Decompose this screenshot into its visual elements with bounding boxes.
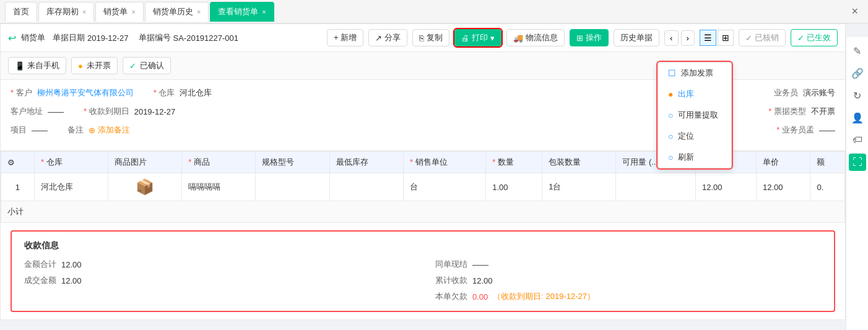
summary-deal-amount: 成交金额 12.00 [24,275,410,286]
customer-value[interactable]: 柳州粤港平安气体有限公司 [37,87,134,98]
dropdown-refresh-icon: ○ [668,152,673,162]
logistics-button[interactable]: 🚚 物流信息 [506,29,565,46]
deal-amount-label: 成交金额 [24,275,56,286]
staff-value: 演示账号 [803,87,835,98]
user-sidebar-icon[interactable]: 👤 [849,109,866,126]
outbound-icon: ● [668,89,673,99]
tag-sidebar-icon[interactable]: 🏷 [849,131,866,149]
available-qty-label: 可用量提取 [678,110,718,121]
staff2-label: 业务员孟 [776,124,814,136]
tab-bar: 首页 库存期初 × 销货单 × 销货单历史 × 查看销货单 × × [0,0,868,24]
total-label: 金额合计 [24,259,56,270]
dropdown-menu: ☐ 添加发票 ● 出库 ○ 可用量提取 ○ 定位 ○ 刷新 [658,62,732,168]
ticket-type-label: 票据类型 [768,106,806,117]
doc-title-area: ↩ 销货单 [8,32,45,44]
customer-field: 客户 柳州粤港平安气体有限公司 [11,87,134,98]
tab-inventory-close[interactable]: × [82,8,86,15]
row-spec [256,173,329,201]
tab-history-close[interactable]: × [197,8,201,15]
dropdown-refresh[interactable]: ○ 刷新 [658,147,731,168]
row-product-image: 📦 [108,173,182,201]
row-min-stock [329,173,403,201]
expand-sidebar-icon[interactable]: ⛶ [849,154,866,171]
view-list-btn[interactable]: ☰ [700,30,716,46]
summary-title: 收款信息 [24,240,822,251]
right-sidebar: ✎ 🔗 ↻ 👤 🏷 ⛶ [846,37,868,330]
effect-status-button[interactable]: ✓ 已生效 [791,29,838,46]
nav-next[interactable]: › [681,30,695,46]
ticket-type-value: 不开票 [811,106,835,117]
nav-arrows: ‹ › [664,30,695,46]
tab-view-close[interactable]: × [262,8,266,15]
print-icon: 🖨 [461,33,469,43]
row-quantity: 1.00 [486,173,542,201]
tab-sales-label: 销货单 [103,6,128,17]
view-grid-btn[interactable]: ⊞ [718,30,734,46]
summary-section: 收款信息 金额合计 12.00 同单现结 —— 成交金额 12.00 [11,230,835,312]
deal-amount-value: 12.00 [61,276,82,285]
tab-sales-order[interactable]: 销货单 × [95,2,143,22]
col-product-image: 商品图片 [108,152,182,173]
link-sidebar-icon[interactable]: 🔗 [849,64,866,82]
edit-sidebar-icon[interactable]: ✎ [849,42,866,59]
row-product: 嗝嗝嗝嗝 [182,173,256,201]
confirm-button[interactable]: 已确认 [123,57,171,74]
doc-date-label: 单据日期 2019-12-27 [53,32,129,43]
project-field: 项目 —— [11,124,48,136]
dropdown-outbound[interactable]: ● 出库 [658,84,731,105]
nav-prev[interactable]: ‹ [664,30,678,46]
ticket-type-field: 票据类型 不开票 [768,106,835,117]
add-note-button[interactable]: ⊕ 添加备注 [89,124,130,136]
dropdown-available-qty[interactable]: ○ 可用量提取 [658,105,731,126]
window-close-button[interactable]: × [846,2,863,20]
note-label: 备注 [67,124,84,136]
operations-button[interactable]: ⊞ 操作 [570,29,609,46]
unopened-button[interactable]: 未开票 [71,57,118,74]
total-value: 12.00 [61,260,82,269]
row-index: 1 [1,173,35,201]
plus-icon: ⊕ [89,126,95,135]
tab-sales-close[interactable]: × [131,8,135,15]
col-spec: 规格型号 [256,152,329,173]
mobile-icon: 📱 [15,61,25,71]
refresh-sidebar-icon[interactable]: ↻ [849,87,866,104]
print-dropdown-icon: ▾ [490,33,495,43]
view-toggle: ☰ ⊞ [700,30,734,46]
row-unit-price: 12.00 [756,173,810,201]
sold-status-button[interactable]: ✓ 已核销 [739,29,786,46]
copy-icon: ⎘ [419,33,424,43]
tab-home[interactable]: 首页 [5,2,37,22]
tab-inventory-init[interactable]: 库存期初 × [38,2,94,22]
col-min-stock: 最低库存 [329,152,403,173]
copy-button[interactable]: ⎘ 复制 [412,29,449,46]
tab-sales-history[interactable]: 销货单历史 × [145,2,209,22]
col-amount: 额 [810,152,845,173]
summary-total: 金额合计 12.00 [24,259,410,270]
dropdown-locate[interactable]: ○ 定位 [658,126,731,147]
tab-history-label: 销货单历史 [153,6,193,17]
payment-date-value: 2019-12-27 [134,107,176,116]
project-label: 项目 [11,124,27,136]
mobile-button[interactable]: 📱 来自手机 [8,57,66,74]
project-value: —— [32,126,48,135]
available-qty-icon: ○ [668,110,673,120]
row-pack-qty: 1台 [542,173,616,201]
new-button[interactable]: + 新增 [327,29,363,46]
share-icon: ↗ [375,33,382,43]
warehouse-label: 仓库 [154,87,175,98]
print-button[interactable]: 🖨 打印 ▾ [454,29,501,46]
table-row: 1 河北仓库 📦 嗝嗝嗝嗝 台 1.00 1台 [1,173,845,201]
invoice-icon: ☐ [668,68,676,78]
same-order-value: —— [472,260,488,269]
locate-label: 定位 [678,131,694,142]
staff2-field: 业务员孟 —— [776,124,835,136]
tab-view-sales[interactable]: 查看销货单 × [210,2,274,22]
address-label: 客户地址 [11,106,43,117]
share-button[interactable]: ↗ 分享 [368,29,407,46]
staff-label: 业务员 [774,87,798,98]
history-button[interactable]: 历史单据 [614,29,659,46]
same-order-label: 同单现结 [435,259,467,270]
owed-suffix: （收款到期日: 2019-12-27） [493,291,595,302]
tab-home-label: 首页 [13,6,29,17]
dropdown-add-invoice[interactable]: ☐ 添加发票 [658,63,731,84]
